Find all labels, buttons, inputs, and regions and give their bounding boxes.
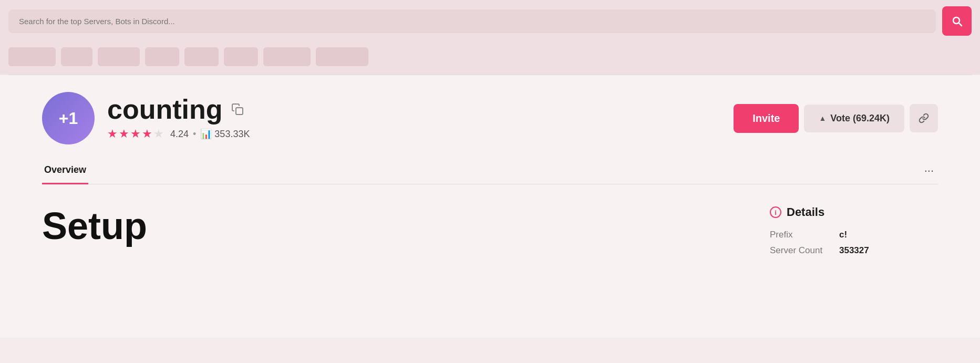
nav-pill-6[interactable] xyxy=(224,47,258,66)
search-icon xyxy=(951,15,963,27)
content-layout: Setup i Details Prefix c! Server Count 3… xyxy=(42,184,938,282)
nav-pill-8[interactable] xyxy=(316,47,368,66)
details-panel: i Details Prefix c! Server Count 353327 xyxy=(770,205,938,256)
star-1: ★ xyxy=(107,127,118,141)
bot-name-row: counting xyxy=(107,96,734,123)
content-sidebar: i Details Prefix c! Server Count 353327 xyxy=(770,205,938,261)
stars: ★ ★ ★ ★ ★ xyxy=(107,127,164,141)
nav-pill-2[interactable] xyxy=(61,47,92,66)
tab-overview[interactable]: Overview xyxy=(42,157,88,184)
nav-pill-4[interactable] xyxy=(145,47,179,66)
server-count-label: Server Count xyxy=(770,245,833,256)
vote-button[interactable]: ▲ Vote (69.24K) xyxy=(804,105,904,132)
action-buttons: Invite ▲ Vote (69.24K) xyxy=(734,104,938,133)
bot-avatar: +1 xyxy=(42,92,95,144)
search-button[interactable] xyxy=(942,6,972,36)
setup-heading: Setup xyxy=(42,205,738,247)
star-3: ★ xyxy=(130,127,141,141)
details-title-row: i Details xyxy=(770,205,938,219)
bot-meta: ★ ★ ★ ★ ★ 4.24 • 📊 353.33K xyxy=(107,127,734,141)
invite-button[interactable]: Invite xyxy=(734,104,799,133)
prefix-label: Prefix xyxy=(770,230,833,240)
copy-icon[interactable] xyxy=(229,101,246,118)
server-count-value: 353327 xyxy=(839,245,869,256)
bot-name: counting xyxy=(107,96,223,123)
info-circle-icon: i xyxy=(770,206,781,218)
nav-pill-3[interactable] xyxy=(98,47,140,66)
bot-header: +1 counting ★ ★ ★ ★ ★ xyxy=(42,75,938,157)
svg-rect-0 xyxy=(236,108,243,115)
search-input[interactable] xyxy=(8,9,936,33)
header xyxy=(0,0,980,42)
server-count-display: 353.33K xyxy=(214,129,250,140)
bar-chart-icon: 📊 xyxy=(200,128,212,140)
details-title: Details xyxy=(787,205,824,219)
nav-pill-1[interactable] xyxy=(8,47,56,66)
link-button[interactable] xyxy=(910,104,938,132)
prefix-value: c! xyxy=(839,230,847,240)
tabs-area: Overview ··· xyxy=(42,157,938,184)
nav-area xyxy=(0,42,980,75)
vote-label: Vote (69.24K) xyxy=(830,113,890,124)
detail-prefix-row: Prefix c! xyxy=(770,230,938,240)
link-icon xyxy=(919,113,929,123)
avatar-label: +1 xyxy=(59,109,78,128)
star-2: ★ xyxy=(119,127,129,141)
detail-server-count-row: Server Count 353327 xyxy=(770,245,938,256)
nav-pill-5[interactable] xyxy=(184,47,219,66)
nav-pill-7[interactable] xyxy=(263,47,311,66)
vote-arrow-icon: ▲ xyxy=(819,114,826,122)
star-5: ★ xyxy=(153,127,164,141)
dot-separator: • xyxy=(193,129,196,140)
main-content: +1 counting ★ ★ ★ ★ ★ xyxy=(0,75,980,338)
star-4: ★ xyxy=(142,127,152,141)
tabs-more-button[interactable]: ··· xyxy=(920,160,938,182)
bot-info: counting ★ ★ ★ ★ ★ 4.24 • xyxy=(107,96,734,141)
content-main: Setup xyxy=(42,205,738,261)
rating-number: 4.24 xyxy=(170,129,189,140)
server-count-meta: 📊 353.33K xyxy=(200,128,250,140)
